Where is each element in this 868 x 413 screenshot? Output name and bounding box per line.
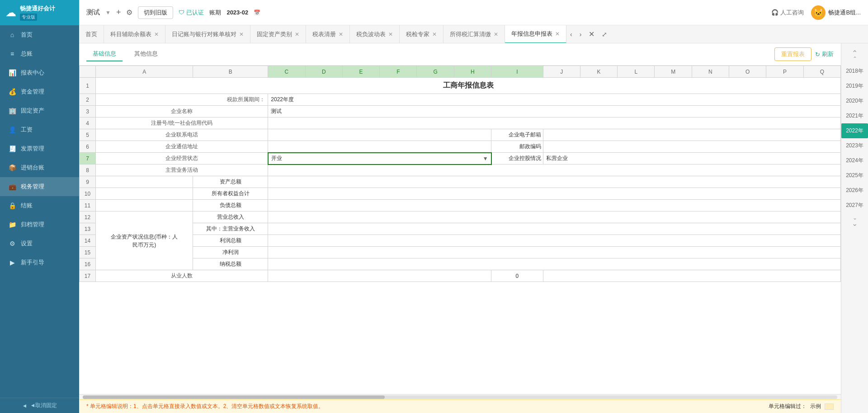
subtab-basic[interactable]: 基础信息 (86, 47, 123, 61)
tab-close-all-icon[interactable]: ✕ (585, 30, 598, 38)
cell-assets-value[interactable] (268, 176, 841, 188)
sidebar-item-tax[interactable]: 💼 税务管理 (0, 177, 79, 196)
tab-taxreturn[interactable]: 税表清册 ✕ (306, 25, 350, 43)
sidebar-item-wage[interactable]: 👤 工资 (0, 120, 79, 139)
cell-email-value[interactable] (543, 129, 840, 141)
sidebar-item-fund[interactable]: 💰 资金管理 (0, 82, 79, 101)
cell-company-value[interactable]: 测试 (268, 106, 841, 117)
cell-business-label[interactable]: 主营业务活动 (96, 164, 268, 176)
cell-tax-value[interactable] (268, 258, 841, 270)
sidebar-item-settings[interactable]: ⚙ 设置 (0, 234, 79, 253)
tab-asset[interactable]: 固定资产类别 ✕ (250, 25, 306, 43)
sidebar-pin-button[interactable]: ◄ ◄取消固定 (0, 398, 79, 413)
cell-assets-label[interactable]: 资产总额 (193, 176, 268, 188)
cell-holding-label[interactable]: 企业控股情况 (491, 153, 543, 164)
cell-status-label[interactable]: 企业经营状态 (96, 153, 268, 164)
cell-liab-value[interactable] (268, 200, 841, 211)
cell-liab-label[interactable]: 负债总额 (193, 200, 268, 211)
tab-close-icon[interactable]: ✕ (154, 31, 159, 38)
col-header-e[interactable]: E (342, 66, 379, 78)
year-item-2023[interactable]: 2023年 (841, 138, 868, 153)
year-item-2019[interactable]: 2019年 (841, 79, 868, 94)
col-header-i[interactable]: I (491, 66, 543, 78)
sidebar-item-asset[interactable]: 🏢 固定资产 (0, 101, 79, 120)
col-header-l[interactable]: L (618, 66, 655, 78)
tab-close-icon[interactable]: ✕ (388, 31, 393, 38)
sidebar-item-stock[interactable]: 📦 进销台账 (0, 158, 79, 177)
add-icon[interactable]: + (116, 8, 121, 17)
tab-close-icon[interactable]: ✕ (339, 31, 343, 38)
tab-incometax[interactable]: 所得税汇算清缴 ✕ (443, 25, 505, 43)
sidebar-item-report[interactable]: 📊 报表中心 (0, 63, 79, 82)
h-scroll-track[interactable] (83, 395, 837, 399)
tab-taxinspect[interactable]: 税检专家 ✕ (400, 25, 443, 43)
cell-holding-value[interactable]: 私营企业 (543, 153, 840, 164)
cell-netprofit-label[interactable]: 净利润 (193, 247, 268, 258)
col-header-a[interactable]: A (96, 66, 193, 78)
tab-nav-prev-icon[interactable]: ‹ (566, 31, 576, 38)
tab-aux[interactable]: 科目辅助余额表 ✕ (104, 25, 165, 43)
dropdown-arrow-icon[interactable]: ▼ (105, 9, 111, 16)
col-header-f[interactable]: F (380, 66, 417, 78)
cell-phone-label[interactable]: 企业联系电话 (96, 129, 268, 141)
h-scrollbar[interactable] (79, 394, 841, 399)
cell-zipcode-value[interactable] (543, 141, 840, 153)
col-header-d[interactable]: D (305, 66, 342, 78)
col-header-n[interactable]: N (692, 66, 729, 78)
col-header-q[interactable]: Q (803, 66, 840, 78)
col-header-o[interactable]: O (729, 66, 766, 78)
cell-employees-count[interactable]: 0 (491, 270, 543, 282)
col-header-g[interactable]: G (417, 66, 454, 78)
sidebar-item-home[interactable]: ⌂ 首页 (0, 25, 79, 44)
cell-profit-value[interactable] (268, 235, 841, 247)
chevron-down-icon[interactable]: ⌄ (852, 219, 858, 228)
tab-close-icon[interactable]: ✕ (432, 31, 437, 38)
double-up-icon[interactable]: ⌃ (852, 56, 858, 62)
spreadsheet-container[interactable]: A B C D E F G H I J K L (79, 66, 841, 394)
cell-profit-label[interactable]: 利润总额 (193, 235, 268, 247)
col-header-k[interactable]: K (580, 66, 617, 78)
cell-period-label[interactable]: 税款所属期间： (96, 94, 268, 106)
cell-period-value[interactable]: 2022年度 (268, 94, 841, 106)
cell-employees-extra[interactable] (543, 270, 840, 282)
subtab-other[interactable]: 其他信息 (128, 47, 164, 61)
tab-close-icon[interactable]: ✕ (555, 31, 560, 37)
cell-business-value[interactable] (268, 164, 841, 176)
year-item-2024[interactable]: 2024年 (841, 153, 868, 168)
year-nav-down[interactable]: ⌄ ⌄ (850, 213, 859, 230)
tab-journal[interactable]: 日记账与银行对账单核对 ✕ (165, 25, 250, 43)
cell-address-label[interactable]: 企业通信地址 (96, 141, 268, 153)
cell-status-value[interactable]: 开业 ▼ (268, 153, 491, 164)
year-item-2021[interactable]: 2021年 (841, 108, 868, 123)
cell-revenue-label[interactable]: 营业总收入 (193, 211, 268, 223)
sidebar-item-close[interactable]: 🔒 结账 (0, 196, 79, 215)
sidebar-item-archive[interactable]: 📁 归档管理 (0, 215, 79, 234)
year-item-2027[interactable]: 2027年 (841, 198, 868, 213)
cell-regnum-label[interactable]: 注册号/统一社会信用代码 (96, 117, 268, 129)
tab-close-icon[interactable]: ✕ (494, 31, 498, 38)
col-header-j[interactable]: J (543, 66, 580, 78)
tab-close-icon[interactable]: ✕ (295, 31, 299, 38)
cell-phone-value[interactable] (268, 129, 491, 141)
year-item-2025[interactable]: 2025年 (841, 168, 868, 183)
user-menu[interactable]: 🐱 畅捷通B组... (811, 5, 861, 20)
cell-zipcode-label[interactable]: 邮政编码 (491, 141, 543, 153)
calendar-icon[interactable]: 📅 (254, 9, 260, 16)
cell-company-label[interactable]: 企业名称 (96, 106, 268, 117)
tab-expand-icon[interactable]: ⤢ (598, 31, 611, 38)
cell-equity-label[interactable]: 所有者权益合计 (193, 188, 268, 200)
year-item-2020[interactable]: 2020年 (841, 94, 868, 108)
tab-taxwave[interactable]: 税负波动表 ✕ (350, 25, 400, 43)
service-button[interactable]: 🎧 人工咨询 (771, 9, 804, 17)
cell-main-revenue-value[interactable] (268, 223, 841, 235)
tab-close-icon[interactable]: ✕ (239, 31, 244, 38)
cell-email-label[interactable]: 企业电子邮箱 (491, 129, 543, 141)
col-header-b[interactable]: B (193, 66, 268, 78)
cell-regnum-value[interactable] (268, 117, 841, 129)
cell-revenue-value[interactable] (268, 211, 841, 223)
cell-equity-value[interactable] (268, 188, 841, 200)
settings-gear-icon[interactable]: ⚙ (126, 8, 132, 17)
switch-version-button[interactable]: 切到旧版 (138, 6, 173, 19)
dropdown-cell[interactable]: 开业 ▼ (269, 154, 491, 163)
year-item-2026[interactable]: 2026年 (841, 183, 868, 198)
